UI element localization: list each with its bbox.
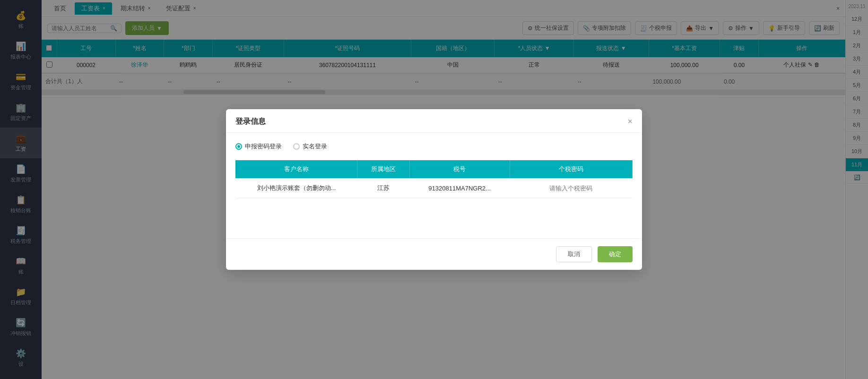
login-col-tax-number: 税号 [409, 160, 510, 178]
radio-password-label: 申报密码登录 [245, 142, 282, 151]
login-col-password: 个税密码 [510, 160, 632, 178]
password-field[interactable] [517, 185, 625, 192]
login-table-row: 刘小艳演示账套（勿删勿动... 江苏 91320811MA7NGR2... [235, 178, 633, 198]
radio-group: 申报密码登录 实名登录 [235, 142, 633, 151]
cell-client-name: 刘小艳演示账套（勿删勿动... [235, 178, 357, 198]
radio-password-circle [235, 143, 242, 150]
radio-realname-label: 实名登录 [303, 142, 327, 151]
modal-close-button[interactable]: × [627, 117, 633, 127]
radio-realname-circle [293, 143, 300, 150]
modal-title: 登录信息 [235, 117, 266, 127]
confirm-button[interactable]: 确定 [598, 246, 633, 262]
modal-header: 登录信息 × [226, 109, 642, 133]
cancel-button[interactable]: 取消 [556, 246, 592, 262]
modal-footer: 取消 确定 [226, 238, 642, 270]
modal-overlay: 登录信息 × 申报密码登录 实名登录 客户名称 所属地区 [0, 0, 868, 379]
login-col-client-name: 客户名称 [235, 160, 357, 178]
radio-password-login[interactable]: 申报密码登录 [235, 142, 282, 151]
cell-password-input[interactable] [510, 178, 632, 198]
login-col-region: 所属地区 [357, 160, 409, 178]
login-info-modal: 登录信息 × 申报密码登录 实名登录 客户名称 所属地区 [226, 109, 642, 270]
login-table-header: 客户名称 所属地区 税号 个税密码 [235, 160, 633, 178]
cell-tax-number: 91320811MA7NGR2... [409, 178, 510, 198]
login-table: 客户名称 所属地区 税号 个税密码 刘小艳演示账套（勿删勿动... 江苏 913… [235, 160, 633, 198]
radio-realname-login[interactable]: 实名登录 [293, 142, 327, 151]
cell-region: 江苏 [357, 178, 409, 198]
modal-body: 申报密码登录 实名登录 客户名称 所属地区 税号 个税密码 [226, 133, 642, 238]
